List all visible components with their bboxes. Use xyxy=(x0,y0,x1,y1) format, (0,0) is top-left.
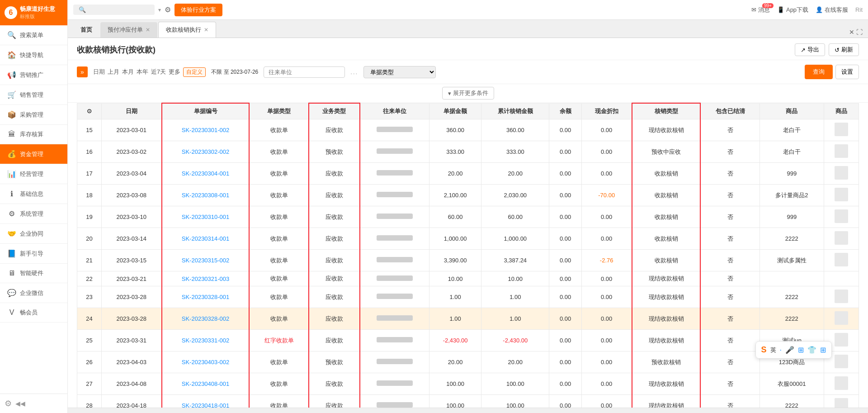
sidebar-item-finance[interactable]: 💰 资金管理 xyxy=(0,144,67,164)
single-no-link[interactable]: SK-20230403-002 xyxy=(182,359,230,366)
cell-product: 测试多属性 xyxy=(760,250,824,271)
type-select[interactable]: 单据类型 xyxy=(363,66,436,78)
sidebar-item-enterprise[interactable]: 🤝 企业协同 xyxy=(0,224,67,244)
cell-single-no: SK-20230418-001 xyxy=(162,395,249,408)
cell-single-no: SK-20230408-001 xyxy=(162,373,249,395)
single-no-link[interactable]: SK-20230308-001 xyxy=(182,192,230,199)
tab-home[interactable]: 首页 xyxy=(73,22,99,38)
th-balance[interactable]: 余额 xyxy=(549,103,581,119)
cell-verified-amount: 1.00 xyxy=(481,286,549,308)
th-include-settled[interactable]: 包含已结清 xyxy=(700,103,760,119)
window-close-icon[interactable]: ✕ xyxy=(849,28,854,36)
th-product[interactable]: 商品 xyxy=(760,103,824,119)
date-7days[interactable]: 近7天 xyxy=(151,68,166,76)
single-no-link[interactable]: SK-20230331-002 xyxy=(182,337,230,344)
sidebar-item-inventory[interactable]: 🏛 库存核算 xyxy=(0,125,67,144)
th-checkbox[interactable]: ⊙ xyxy=(77,103,102,119)
shirt-icon[interactable]: 👕 xyxy=(807,346,816,354)
sidebar-item-purchase[interactable]: 📦 采购管理 xyxy=(0,105,67,125)
cell-cash-discount: 0.00 xyxy=(581,141,632,163)
th-product2[interactable]: 商品 xyxy=(824,103,859,119)
sidebar-item-system[interactable]: ⚙ 系统管理 xyxy=(0,204,67,224)
sidebar-item-newguide[interactable]: 📘 新手引导 xyxy=(0,244,67,264)
cell-single-no: SK-20230328-002 xyxy=(162,308,249,330)
cell-balance: 0.00 xyxy=(549,119,581,141)
th-single-type[interactable]: 单据类型 xyxy=(249,103,309,119)
th-amount[interactable]: 单据金额 xyxy=(429,103,481,119)
single-no-link[interactable]: SK-20230418-001 xyxy=(182,402,230,408)
th-customer[interactable]: 往来单位 xyxy=(360,103,429,119)
sidebar-item-search[interactable]: 🔍 搜索菜单 xyxy=(0,25,67,45)
sidebar-item-quicknav[interactable]: 🏠 快捷导航 xyxy=(0,45,67,65)
grid-icon[interactable]: ⊞ xyxy=(798,346,804,354)
tab-prepay-orders[interactable]: 预付冲应付单 ✕ xyxy=(100,22,157,38)
single-no-link[interactable]: SK-20230328-002 xyxy=(182,315,230,322)
expand-more-button[interactable]: ▾ 展开更多条件 xyxy=(442,87,494,100)
refresh-button[interactable]: ↺ 刷新 xyxy=(829,43,859,56)
sidebar-item-basic[interactable]: ℹ 基础信息 xyxy=(0,184,67,204)
topbar-gear-icon[interactable]: ⚙ xyxy=(165,5,171,14)
topbar-search[interactable]: 🔍 xyxy=(73,5,155,15)
online-service-button[interactable]: 👤 在线客服 xyxy=(816,6,848,14)
apps-icon[interactable]: ⊞ xyxy=(820,346,826,354)
date-lastmonth[interactable]: 上月 xyxy=(108,68,119,76)
customer-input[interactable] xyxy=(264,66,345,78)
sidebar-item-wechat[interactable]: 💬 企业微信 xyxy=(0,283,67,303)
th-biz-type[interactable]: 业务类型 xyxy=(309,103,359,119)
cell-verify-type: 收款核销 xyxy=(632,206,701,228)
tab-collection-close[interactable]: ✕ xyxy=(204,27,208,33)
sales-label: 销售管理 xyxy=(20,91,43,99)
th-cash-discount[interactable]: 现金折扣 xyxy=(581,103,632,119)
date-thismonth[interactable]: 本月 xyxy=(122,68,134,76)
sidebar-item-hardware[interactable]: 🖥 智能硬件 xyxy=(0,264,67,283)
single-no-link[interactable]: SK-20230304-001 xyxy=(182,170,230,177)
topbar-chevron[interactable]: ▾ xyxy=(158,7,161,13)
app-download-button[interactable]: 📱 App下载 xyxy=(777,6,808,14)
single-no-link[interactable]: SK-20230310-001 xyxy=(182,214,230,220)
th-date[interactable]: 日期 xyxy=(101,103,162,119)
query-button[interactable]: 查询 xyxy=(805,65,833,79)
sidebar-item-marketing[interactable]: 📢 营销推广 xyxy=(0,65,67,85)
filter-toggle[interactable]: » xyxy=(77,66,88,77)
sidebar-item-operations[interactable]: 📊 经营管理 xyxy=(0,164,67,184)
settings-icon[interactable]: ⚙ xyxy=(5,399,12,408)
cell-single-no: SK-20230308-001 xyxy=(162,185,249,206)
export-button[interactable]: ↗ 导出 xyxy=(795,43,825,56)
date-more[interactable]: 更多 xyxy=(169,68,180,76)
date-thisyear[interactable]: 本年 xyxy=(137,68,148,76)
cell-verified-amount: 333.00 xyxy=(481,141,549,163)
cell-amount: 1.00 xyxy=(429,286,481,308)
th-verified-amount[interactable]: 累计核销金额 xyxy=(481,103,549,119)
single-no-link[interactable]: SK-20230301-002 xyxy=(182,127,230,133)
collapse-icon[interactable]: ◀◀ xyxy=(15,400,25,407)
settings-button[interactable]: 设置 xyxy=(835,65,859,79)
sales-icon: 🛒 xyxy=(7,90,16,99)
cell-balance: 0.00 xyxy=(549,250,581,271)
single-no-link[interactable]: SK-20230321-003 xyxy=(182,275,230,282)
cell-customer xyxy=(360,286,429,308)
sidebar-item-sales[interactable]: 🛒 销售管理 xyxy=(0,85,67,105)
sidebar-item-member[interactable]: V 畅会员 xyxy=(0,303,67,323)
th-verify-type[interactable]: 核销类型 xyxy=(632,103,701,119)
solution-button[interactable]: 体验行业方案 xyxy=(175,4,222,16)
cell-verified-amount: 60.00 xyxy=(481,206,549,228)
single-no-link[interactable]: SK-20230314-001 xyxy=(182,235,230,242)
date-custom[interactable]: 自定义 xyxy=(183,67,206,77)
scroll-bar[interactable] xyxy=(68,408,868,413)
message-button[interactable]: ✉ 消息 99+ xyxy=(751,6,770,14)
single-no-link[interactable]: SK-20230315-002 xyxy=(182,257,230,264)
cell-verify-type: 现结收款核销 xyxy=(632,308,701,330)
tab-collection-verify[interactable]: 收款核销执行 ✕ xyxy=(158,22,216,38)
window-maximize-icon[interactable]: ⛶ xyxy=(856,28,863,36)
th-single-no[interactable]: 单据编号 xyxy=(162,103,249,119)
cell-amount: 333.00 xyxy=(429,141,481,163)
cell-amount: 3,390.00 xyxy=(429,250,481,271)
single-no-link[interactable]: SK-20230408-001 xyxy=(182,380,230,387)
tab-prepay-close[interactable]: ✕ xyxy=(146,27,150,33)
cell-single-no: SK-20230314-001 xyxy=(162,228,249,250)
single-no-link[interactable]: SK-20230328-001 xyxy=(182,294,230,300)
single-no-link[interactable]: SK-20230302-002 xyxy=(182,148,230,155)
mic-icon[interactable]: 🎤 xyxy=(785,346,794,354)
export-icon: ↗ xyxy=(801,47,806,53)
cell-customer xyxy=(360,250,429,271)
